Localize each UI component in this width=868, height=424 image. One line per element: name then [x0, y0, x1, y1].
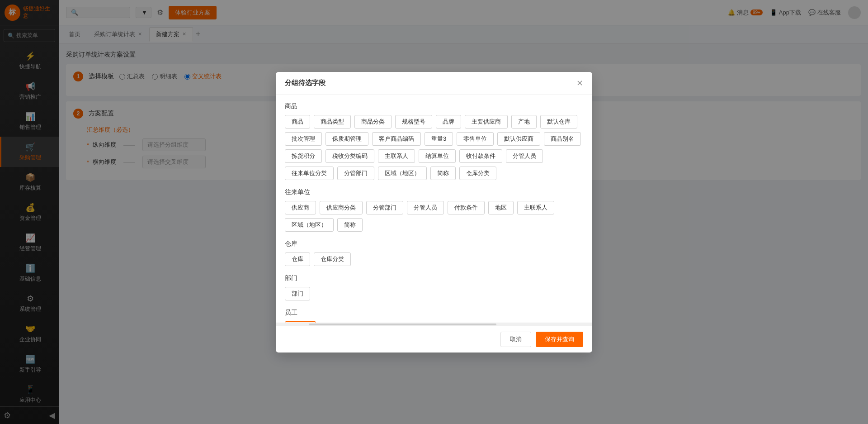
modal-body[interactable]: 商品 商品 商品类型 商品分类 规格型号 品牌 主要供应商 产地 默认仓库 批次…: [276, 95, 592, 323]
section-employee: 员工 业务员: [285, 309, 583, 323]
tag-goods-5[interactable]: 主要供应商: [465, 115, 508, 129]
modal-save-button[interactable]: 保存并查询: [536, 332, 583, 347]
modal-footer: 取消 保存并查询: [276, 326, 592, 353]
tag-partner-3[interactable]: 分管人员: [407, 201, 444, 214]
modal-title: 分组待选字段: [285, 79, 326, 87]
goods-tags: 商品 商品类型 商品分类 规格型号 品牌 主要供应商 产地 默认仓库 批次管理 …: [285, 115, 583, 180]
tag-partner-2[interactable]: 分管部门: [366, 201, 403, 214]
section-partner: 往来单位 供应商 供应商分类 分管部门 分管人员 付款条件 地区 主联系人 区域…: [285, 188, 583, 232]
modal-close-button[interactable]: ✕: [576, 78, 583, 88]
modal-overlay: 分组待选字段 ✕ 商品 商品 商品类型 商品分类 规格型号 品牌 主要供应商 产…: [0, 0, 868, 424]
tag-goods-14[interactable]: 商品别名: [544, 132, 581, 146]
tag-partner-6[interactable]: 主联系人: [517, 201, 554, 214]
modal-header: 分组待选字段 ✕: [276, 72, 592, 95]
tag-goods-12[interactable]: 零售单位: [457, 132, 494, 146]
section-dept: 部门 部门: [285, 274, 583, 300]
section-employee-title: 员工: [285, 309, 583, 317]
tag-goods-25[interactable]: 仓库分类: [459, 167, 496, 180]
tag-goods-20[interactable]: 分管人员: [506, 149, 543, 163]
tag-goods-13[interactable]: 默认供应商: [497, 132, 540, 146]
tag-goods-2[interactable]: 商品分类: [354, 115, 392, 129]
tag-goods-11[interactable]: 重量3: [425, 132, 453, 146]
tag-goods-9[interactable]: 保质期管理: [326, 132, 368, 146]
tag-goods-18[interactable]: 结算单位: [419, 149, 456, 163]
section-goods: 商品 商品 商品类型 商品分类 规格型号 品牌 主要供应商 产地 默认仓库 批次…: [285, 102, 583, 180]
tag-goods-24[interactable]: 简称: [430, 167, 456, 180]
tag-goods-10[interactable]: 客户商品编码: [372, 132, 421, 146]
tag-goods-16[interactable]: 税收分类编码: [326, 149, 374, 163]
modal-cancel-button[interactable]: 取消: [500, 332, 531, 347]
tag-partner-7[interactable]: 区域（地区）: [285, 218, 334, 232]
tag-partner-8[interactable]: 简称: [337, 218, 363, 232]
tag-goods-0[interactable]: 商品: [285, 115, 310, 129]
tag-warehouse-0[interactable]: 仓库: [285, 252, 310, 266]
section-warehouse: 仓库 仓库 仓库分类: [285, 240, 583, 266]
tag-goods-17[interactable]: 主联系人: [378, 149, 415, 163]
section-dept-title: 部门: [285, 274, 583, 282]
tag-warehouse-1[interactable]: 仓库分类: [314, 252, 351, 266]
tag-goods-23[interactable]: 区域（地区）: [378, 167, 427, 180]
section-goods-title: 商品: [285, 102, 583, 110]
tag-goods-6[interactable]: 产地: [511, 115, 537, 129]
tag-goods-21[interactable]: 往来单位分类: [285, 167, 334, 180]
tag-goods-22[interactable]: 分管部门: [337, 167, 374, 180]
tag-goods-15[interactable]: 拣货积分: [285, 149, 322, 163]
section-warehouse-title: 仓库: [285, 240, 583, 248]
h-scrollbar-thumb: [309, 324, 496, 325]
tag-partner-1[interactable]: 供应商分类: [320, 201, 363, 214]
tag-goods-7[interactable]: 默认仓库: [540, 115, 577, 129]
tag-partner-0[interactable]: 供应商: [285, 201, 316, 214]
field-select-modal: 分组待选字段 ✕ 商品 商品 商品类型 商品分类 规格型号 品牌 主要供应商 产…: [276, 72, 592, 353]
tag-goods-19[interactable]: 收付款条件: [459, 149, 502, 163]
tag-partner-4[interactable]: 付款条件: [448, 201, 485, 214]
tag-goods-4[interactable]: 品牌: [436, 115, 461, 129]
partner-tags: 供应商 供应商分类 分管部门 分管人员 付款条件 地区 主联系人 区域（地区） …: [285, 201, 583, 232]
section-partner-title: 往来单位: [285, 188, 583, 196]
tag-partner-5[interactable]: 地区: [488, 201, 514, 214]
tag-goods-8[interactable]: 批次管理: [285, 132, 322, 146]
tag-dept-0[interactable]: 部门: [285, 287, 310, 300]
tag-goods-3[interactable]: 规格型号: [395, 115, 432, 129]
warehouse-tags: 仓库 仓库分类: [285, 252, 583, 266]
tag-goods-1[interactable]: 商品类型: [314, 115, 351, 129]
dept-tags: 部门: [285, 287, 583, 300]
